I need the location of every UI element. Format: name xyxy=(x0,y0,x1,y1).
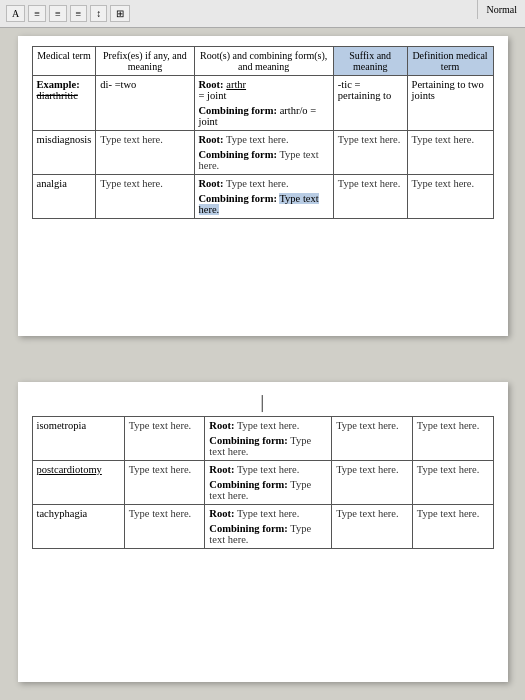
toolbar-btn-1[interactable]: A xyxy=(6,5,25,22)
definition-value: Pertaining to two joints xyxy=(412,79,484,101)
definition-type-tachy: Type text here. xyxy=(417,508,480,519)
combining-label-analgia: Combining form: xyxy=(199,193,277,204)
cell-term-tachyphagia: tachyphagia xyxy=(32,505,124,549)
table-row-misdiagnosis: misdiagnosis Type text here. Root: Type … xyxy=(32,131,493,175)
root-label: Root: xyxy=(199,79,224,90)
toolbar-btn-align1[interactable]: ≡ xyxy=(28,5,46,22)
combining-mis: Combining form: Type text here. xyxy=(199,149,329,171)
cursor-area: │ xyxy=(32,396,494,412)
combining-label-mis: Combining form: xyxy=(199,149,277,160)
example-label: Example: xyxy=(37,79,80,90)
term-analgia: analgia xyxy=(37,178,67,189)
root-type-post: Type text here. xyxy=(237,464,300,475)
table-row-example: Example: diarthritic di- =two Root: arth… xyxy=(32,76,493,131)
combining-label-iso: Combining form: xyxy=(209,435,287,446)
toolbar-btn-sort[interactable]: ↕ xyxy=(90,5,107,22)
combining-label-tachy: Combining form: xyxy=(209,523,287,534)
suffix-type-mis: Type text here. xyxy=(338,134,401,145)
table-row-analgia: analgia Type text here. Root: Type text … xyxy=(32,175,493,219)
combining-iso: Combining form: Type text here. xyxy=(209,435,327,457)
combining-tachy: Combining form: Type text here. xyxy=(209,523,327,545)
col-header-definition: Definition medical term xyxy=(407,47,493,76)
cell-suffix-misdiagnosis[interactable]: Type text here. xyxy=(333,131,407,175)
page-gap xyxy=(0,344,525,374)
cell-term-misdiagnosis: misdiagnosis xyxy=(32,131,96,175)
cell-definition-tachyphagia[interactable]: Type text here. xyxy=(412,505,493,549)
combining-analgia: Combining form: Type text here. xyxy=(199,193,329,215)
term-isometropia: isometropia xyxy=(37,420,87,431)
table-row-postcardiotomy: postcardiotomy Type text here. Root: Typ… xyxy=(32,461,493,505)
prefix-value: di- =two xyxy=(100,79,136,90)
root-type-analgia: Type text here. xyxy=(226,178,289,189)
root-value: arthr xyxy=(226,79,246,90)
cell-definition-misdiagnosis[interactable]: Type text here. xyxy=(407,131,493,175)
cell-definition-example: Pertaining to two joints xyxy=(407,76,493,131)
suffix-type-post: Type text here. xyxy=(336,464,399,475)
prefix-type-post: Type text here. xyxy=(129,464,192,475)
prefix-type-tachy: Type text here. xyxy=(129,508,192,519)
root-label-iso: Root: xyxy=(209,420,234,431)
cell-prefix-example: di- =two xyxy=(96,76,194,131)
table1: Medical term Prefix(es) if any, and mean… xyxy=(32,46,494,219)
root-type-iso: Type text here. xyxy=(237,420,300,431)
example-term: diarthritic xyxy=(37,90,78,101)
root-label-post: Root: xyxy=(209,464,234,475)
col-header-term: Medical term xyxy=(32,47,96,76)
definition-type-mis: Type text here. xyxy=(412,134,475,145)
table2: isometropia Type text here. Root: Type t… xyxy=(32,416,494,549)
term-postcardiotomy: postcardiotomy xyxy=(37,464,102,475)
cell-root-misdiagnosis[interactable]: Root: Type text here. Combining form: Ty… xyxy=(194,131,333,175)
suffix-type-tachy: Type text here. xyxy=(336,508,399,519)
table-row-isometropia: isometropia Type text here. Root: Type t… xyxy=(32,417,493,461)
cell-root-tachyphagia[interactable]: Root: Type text here. Combining form: Ty… xyxy=(205,505,332,549)
suffix-type-iso: Type text here. xyxy=(336,420,399,431)
cell-prefix-postcardiotomy[interactable]: Type text here. xyxy=(124,461,205,505)
term-misdiagnosis: misdiagnosis xyxy=(37,134,92,145)
cell-definition-analgia[interactable]: Type text here. xyxy=(407,175,493,219)
cell-root-postcardiotomy[interactable]: Root: Type text here. Combining form: Ty… xyxy=(205,461,332,505)
cell-root-isometropia[interactable]: Root: Type text here. Combining form: Ty… xyxy=(205,417,332,461)
root-type-tachy: Type text here. xyxy=(237,508,300,519)
root-label-tachy: Root: xyxy=(209,508,234,519)
root-label-analgia: Root: xyxy=(199,178,224,189)
toolbar-btn-align3[interactable]: ≡ xyxy=(70,5,88,22)
cell-prefix-misdiagnosis[interactable]: Type text here. xyxy=(96,131,194,175)
cell-suffix-tachyphagia[interactable]: Type text here. xyxy=(332,505,413,549)
cell-suffix-postcardiotomy[interactable]: Type text here. xyxy=(332,461,413,505)
cell-suffix-isometropia[interactable]: Type text here. xyxy=(332,417,413,461)
definition-type-iso: Type text here. xyxy=(417,420,480,431)
cell-term-analgia: analgia xyxy=(32,175,96,219)
combining-label-post: Combining form: xyxy=(209,479,287,490)
combining-label: Combining form: xyxy=(199,105,277,116)
col-header-suffix: Suffix and meaning xyxy=(333,47,407,76)
toolbar-btn-grid[interactable]: ⊞ xyxy=(110,5,130,22)
toolbar-btn-align2[interactable]: ≡ xyxy=(49,5,67,22)
cell-prefix-isometropia[interactable]: Type text here. xyxy=(124,417,205,461)
combining-section: Combining form: arthr/o = joint xyxy=(199,105,329,127)
cell-prefix-tachyphagia[interactable]: Type text here. xyxy=(124,505,205,549)
cell-definition-isometropia[interactable]: Type text here. xyxy=(412,417,493,461)
cell-suffix-example: -tic = pertaining to xyxy=(333,76,407,131)
normal-label: Normal xyxy=(477,0,525,19)
cell-root-analgia[interactable]: Root: Type text here. Combining form: Ty… xyxy=(194,175,333,219)
suffix-type-analgia: Type text here. xyxy=(338,178,401,189)
definition-type-analgia: Type text here. xyxy=(412,178,475,189)
term-tachyphagia: tachyphagia xyxy=(37,508,88,519)
prefix-type-analgia: Type text here. xyxy=(100,178,163,189)
prefix-type-misdiagnosis: Type text here. xyxy=(100,134,163,145)
prefix-type-iso: Type text here. xyxy=(129,420,192,431)
cell-term-postcardiotomy: postcardiotomy xyxy=(32,461,124,505)
page2: │ isometropia Type text here. Root: Type… xyxy=(18,382,508,682)
cell-term-example: Example: diarthritic xyxy=(32,76,96,131)
cell-term-isometropia: isometropia xyxy=(32,417,124,461)
cell-prefix-analgia[interactable]: Type text here. xyxy=(96,175,194,219)
col-header-root: Root(s) and combining form(s), and meani… xyxy=(194,47,333,76)
root-label-mis: Root: xyxy=(199,134,224,145)
col-header-prefix: Prefix(es) if any, and meaning xyxy=(96,47,194,76)
definition-type-post: Type text here. xyxy=(417,464,480,475)
page1: Medical term Prefix(es) if any, and mean… xyxy=(18,36,508,336)
suffix-value: -tic = pertaining to xyxy=(338,79,391,101)
root-meaning: = joint xyxy=(199,90,227,101)
cell-definition-postcardiotomy[interactable]: Type text here. xyxy=(412,461,493,505)
cell-suffix-analgia[interactable]: Type text here. xyxy=(333,175,407,219)
